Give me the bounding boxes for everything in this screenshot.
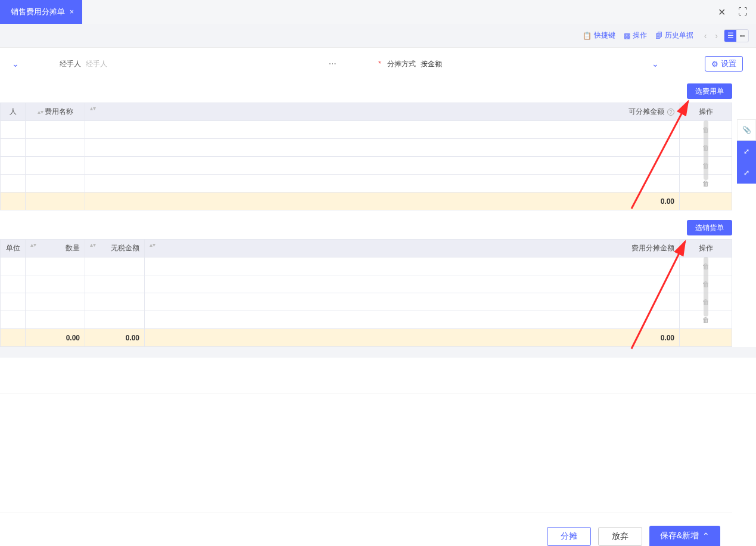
history-button[interactable]: 🗐 历史单据 xyxy=(655,30,693,41)
table-row[interactable]: 🗑 xyxy=(1,275,732,293)
grid-icon: ▩ xyxy=(624,32,630,40)
filter-row: ⌄ 经手人 ··· * 分摊方式 ⌄ ⚙ 设置 xyxy=(0,48,756,80)
summary-row: 0.00 0.00 0.00 xyxy=(1,329,732,347)
tab-title: 销售费用分摊单 xyxy=(11,0,65,24)
notes-area[interactable] xyxy=(0,358,756,393)
col-person[interactable]: 人 xyxy=(1,103,26,121)
handler-label: 经手人 xyxy=(60,59,81,69)
chevron-up-icon: ⌃ xyxy=(702,531,710,541)
method-input[interactable] xyxy=(421,60,647,68)
scrollbar[interactable] xyxy=(704,257,708,317)
required-mark: * xyxy=(378,60,381,68)
view-toggle: ☰ ▫▫ xyxy=(724,29,749,42)
right-float-bar: 📎 ⤢ ⤢ xyxy=(737,119,756,184)
sum-qty: 0.00 xyxy=(26,329,85,347)
table-row[interactable]: 🗑 xyxy=(1,258,732,275)
method-label: 分摊方式 xyxy=(387,59,416,69)
col-allocation-amount[interactable]: ▴▾费用分摊金额 xyxy=(145,240,680,258)
tab-sales-expense-allocation[interactable]: 销售费用分摊单 × xyxy=(0,0,82,24)
list-view-toggle[interactable]: ☰ xyxy=(724,30,736,42)
settings-button[interactable]: ⚙ 设置 xyxy=(705,56,743,72)
summary-row: 0.00 xyxy=(1,193,732,210)
fullscreen-icon[interactable]: ⛶ xyxy=(736,5,750,19)
sum-allocatable: 0.00 xyxy=(85,193,680,210)
close-icon[interactable]: × xyxy=(70,0,74,24)
expand2-icon[interactable]: ⤢ xyxy=(737,162,756,184)
toolbar: 📋 快捷键 ▩ 操作 🗐 历史单据 ‹ › ☰ ▫▫ xyxy=(0,24,756,48)
keyboard-icon: 📋 xyxy=(583,32,592,40)
col-notax-amount[interactable]: ▴▾无税金额 xyxy=(85,240,145,258)
divider xyxy=(0,347,756,358)
handler-field: 经手人 ··· xyxy=(60,59,337,69)
select-sales-bill-button[interactable]: 选销货单 xyxy=(687,220,732,235)
handler-input[interactable] xyxy=(86,60,324,68)
allocate-button[interactable]: 分摊 xyxy=(547,527,591,546)
gear-icon: ⚙ xyxy=(711,60,718,69)
save-and-new-button[interactable]: 保存&新增 ⌃ xyxy=(649,526,720,546)
operate-button[interactable]: ▩ 操作 xyxy=(624,30,647,41)
close-window-icon[interactable]: ✕ xyxy=(714,5,729,19)
table-row[interactable]: 🗑 xyxy=(1,157,732,175)
attachment-icon[interactable]: 📎 xyxy=(737,119,756,141)
table-row[interactable]: 🗑 xyxy=(1,175,732,193)
info-icon[interactable]: ? xyxy=(667,108,674,116)
scrollbar[interactable] xyxy=(704,120,708,180)
table-row[interactable]: 🗑 xyxy=(1,293,732,311)
chevron-down-icon[interactable]: ⌄ xyxy=(652,59,659,69)
card-view-toggle[interactable]: ▫▫ xyxy=(736,30,748,42)
chevron-down-icon[interactable]: ⌄ xyxy=(12,59,19,69)
col-allocatable-amount[interactable]: ▴▾可分摊金额 ? xyxy=(85,103,680,121)
sum-notax: 0.00 xyxy=(85,329,145,347)
expense-section: 选费用单 人 ▴▾费用名称 ▴▾可分摊金额 ? 操作 🗑 🗑 🗑 🗑 0.00 xyxy=(0,80,756,210)
col-quantity[interactable]: ▴▾数量 xyxy=(26,240,85,258)
shortcut-button[interactable]: 📋 快捷键 xyxy=(583,30,615,41)
col-operation: 操作 xyxy=(680,240,732,258)
table-row[interactable]: 🗑 xyxy=(1,139,732,157)
select-expense-bill-button[interactable]: 选费用单 xyxy=(687,83,732,99)
col-expense-name[interactable]: ▴▾费用名称 xyxy=(26,103,85,121)
sales-section: 选销货单 单位 ▴▾数量 ▴▾无税金额 ▴▾费用分摊金额 操作 🗑 🗑 🗑 🗑 xyxy=(0,216,756,347)
sum-allocation: 0.00 xyxy=(145,329,680,347)
next-record-icon[interactable]: › xyxy=(713,31,720,41)
history-icon: 🗐 xyxy=(655,32,662,40)
discard-button[interactable]: 放弃 xyxy=(598,527,642,546)
footer-actions: 分摊 放弃 保存&新增 ⌃ xyxy=(0,513,732,546)
expand-icon[interactable]: ⤢ xyxy=(737,141,756,162)
table-row[interactable]: 🗑 xyxy=(1,121,732,139)
table-row[interactable]: 🗑 xyxy=(1,311,732,329)
col-unit[interactable]: 单位 xyxy=(1,240,26,258)
allocation-method-field: * 分摊方式 ⌄ xyxy=(378,59,659,69)
expense-table: 人 ▴▾费用名称 ▴▾可分摊金额 ? 操作 🗑 🗑 🗑 🗑 0.00 xyxy=(0,103,732,210)
prev-record-icon[interactable]: ‹ xyxy=(702,31,710,41)
more-icon[interactable]: ··· xyxy=(329,60,337,68)
col-operation: 操作 xyxy=(680,103,732,121)
sales-table: 单位 ▴▾数量 ▴▾无税金额 ▴▾费用分摊金额 操作 🗑 🗑 🗑 🗑 0.00 … xyxy=(0,239,732,347)
